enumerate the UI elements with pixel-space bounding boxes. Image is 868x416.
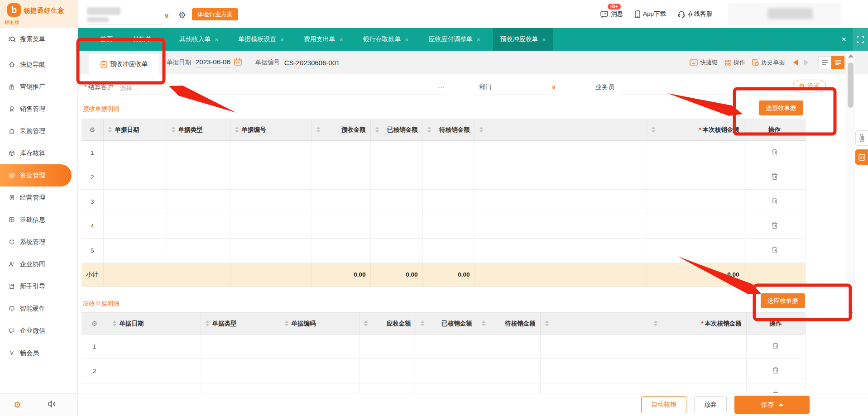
account-dropdown-chevron-icon[interactable]: ∨ — [164, 12, 169, 20]
empty-cell-current[interactable] — [649, 335, 746, 359]
sort-arrows-icon[interactable] — [545, 320, 549, 326]
sort-arrows-icon[interactable] — [654, 320, 657, 326]
empty-cell-date[interactable] — [108, 335, 201, 359]
empty-cell-amount[interactable] — [312, 190, 370, 214]
empty-cell-no[interactable] — [230, 214, 312, 239]
empty-cell-type[interactable] — [167, 165, 230, 190]
delete-row-trash-icon[interactable] — [772, 173, 778, 180]
fullscreen-toggle[interactable] — [853, 28, 868, 51]
empty-cell-pending[interactable] — [422, 214, 475, 239]
list-view-toggle[interactable] — [818, 56, 831, 69]
previous-document-arrow[interactable] — [793, 59, 798, 66]
scrollbar-thumb[interactable] — [848, 62, 854, 108]
sort-arrows-icon[interactable] — [108, 127, 112, 133]
select-prepay-docs-button[interactable]: 选预收单据 — [759, 100, 803, 115]
select-receivable-docs-button[interactable]: 选应收单据 — [761, 293, 805, 308]
row-actions-cell[interactable] — [744, 165, 805, 190]
department-select[interactable]: ∨ — [496, 83, 557, 95]
delete-row-trash-icon[interactable] — [772, 222, 778, 229]
row-actions-cell[interactable] — [744, 239, 805, 263]
tab-close-icon[interactable]: × — [156, 36, 159, 43]
sort-arrows-icon[interactable] — [206, 320, 209, 326]
close-all-tabs-icon[interactable]: × — [841, 34, 846, 44]
customer-picker-ellipsis-icon[interactable]: ··· — [438, 84, 445, 91]
row-actions-cell[interactable] — [746, 335, 805, 359]
column-header-gear[interactable]: ⚙ — [82, 119, 103, 141]
column-header-已核销金额[interactable]: 已核销金额 — [416, 313, 477, 335]
tab-close-icon[interactable]: × — [542, 36, 546, 43]
tab-付款单[interactable]: 付款单× — [125, 28, 167, 51]
sort-arrows-icon[interactable] — [317, 127, 320, 133]
empty-cell-no[interactable] — [230, 165, 312, 190]
vertical-scrollbar[interactable] — [846, 51, 855, 319]
sort-arrows-icon[interactable] — [172, 127, 175, 133]
empty-cell-pending[interactable] — [422, 165, 475, 190]
empty-cell-written[interactable] — [416, 335, 477, 359]
actions-button[interactable]: 操作 — [724, 58, 745, 67]
empty-cell-current[interactable] — [647, 214, 744, 239]
empty-cell-blank[interactable] — [475, 190, 647, 214]
delete-row-trash-icon[interactable] — [772, 367, 779, 374]
empty-cell-type[interactable] — [201, 359, 280, 383]
app-download-item[interactable]: App下载 — [635, 10, 666, 18]
sidebar-item-库存核算[interactable]: 库存核算 — [0, 142, 77, 164]
discard-button[interactable]: 放弃 — [694, 396, 727, 413]
sort-arrows-icon[interactable] — [482, 320, 485, 326]
empty-cell-written[interactable] — [370, 165, 422, 190]
empty-cell-type[interactable] — [167, 214, 230, 239]
online-service-item[interactable]: 在线客服 — [678, 10, 712, 18]
empty-cell-date[interactable] — [108, 383, 201, 393]
column-config-gear-icon[interactable]: ⚙ — [91, 320, 97, 327]
empty-cell-amount[interactable] — [312, 165, 370, 190]
empty-cell-type[interactable] — [167, 239, 230, 263]
tab-预收冲应收单[interactable]: 预收冲应收单× — [493, 28, 553, 51]
sidebar-item-资金管理[interactable]: 资金管理 — [0, 164, 72, 186]
shortcut-keys-button[interactable]: 快捷键 — [690, 58, 718, 67]
top-settings-gear-icon[interactable]: ⚙ — [178, 10, 186, 20]
empty-cell-pending[interactable] — [477, 359, 540, 383]
sidebar-item-企业微信[interactable]: 企业微信 — [0, 320, 77, 342]
customer-input[interactable]: 选择... ··· — [118, 83, 446, 95]
sidebar-item-快捷导航[interactable]: 快捷导航 — [0, 53, 77, 76]
tab-close-icon[interactable]: × — [477, 36, 480, 43]
empty-cell-written[interactable] — [416, 359, 477, 383]
empty-cell-amount[interactable] — [359, 359, 416, 383]
empty-cell-current[interactable] — [649, 383, 746, 393]
empty-cell-date[interactable] — [103, 239, 167, 263]
empty-cell-amount[interactable] — [359, 335, 416, 359]
sort-arrows-icon[interactable] — [427, 127, 431, 133]
empty-cell-written[interactable] — [370, 239, 422, 263]
scroll-up-arrow[interactable] — [848, 54, 854, 57]
empty-cell-blank[interactable] — [475, 141, 647, 165]
empty-cell-type[interactable] — [201, 335, 280, 359]
empty-cell-written[interactable] — [370, 190, 422, 214]
empty-cell-blank[interactable] — [475, 239, 647, 263]
column-header-预收金额[interactable]: 预收金额 — [312, 119, 370, 141]
tab-应收应付调整单[interactable]: 应收应付调整单× — [421, 28, 488, 51]
row-actions-cell[interactable] — [744, 214, 805, 239]
empty-cell-no[interactable] — [230, 239, 312, 263]
column-header-单据编码[interactable]: 单据编码 — [280, 313, 359, 335]
scroll-down-arrow[interactable] — [848, 312, 854, 315]
empty-cell-current[interactable] — [647, 165, 744, 190]
empty-cell-date[interactable] — [103, 214, 167, 239]
sort-arrows-icon[interactable] — [364, 320, 368, 326]
row-actions-cell[interactable] — [746, 359, 805, 383]
sidebar-item-营销推广[interactable]: 营销推广 — [0, 76, 77, 98]
column-header-单据类型[interactable]: 单据类型 — [167, 119, 230, 141]
tab-close-icon[interactable]: × — [280, 36, 284, 43]
empty-cell-no[interactable] — [230, 141, 312, 165]
next-document-arrow[interactable] — [804, 59, 809, 66]
report-panel-button[interactable] — [855, 149, 868, 165]
empty-cell-date[interactable] — [103, 165, 167, 190]
empty-cell-amount[interactable] — [312, 214, 370, 239]
salesman-picker-ellipsis-icon[interactable]: ··· — [760, 84, 767, 91]
delete-row-trash-icon[interactable] — [772, 342, 779, 349]
sidebar-item-畅会员[interactable]: 畅会员 — [0, 342, 77, 364]
sidebar-item-新手引导[interactable]: 新手引导 — [0, 275, 77, 297]
empty-cell-written[interactable] — [416, 383, 477, 393]
tab-单据模板设置[interactable]: 单据模板设置× — [231, 28, 291, 51]
tab-费用支出单[interactable]: 费用支出单× — [297, 28, 350, 51]
department-chevron-down-icon[interactable]: ∨ — [551, 84, 556, 91]
sort-arrows-icon[interactable] — [235, 127, 239, 133]
